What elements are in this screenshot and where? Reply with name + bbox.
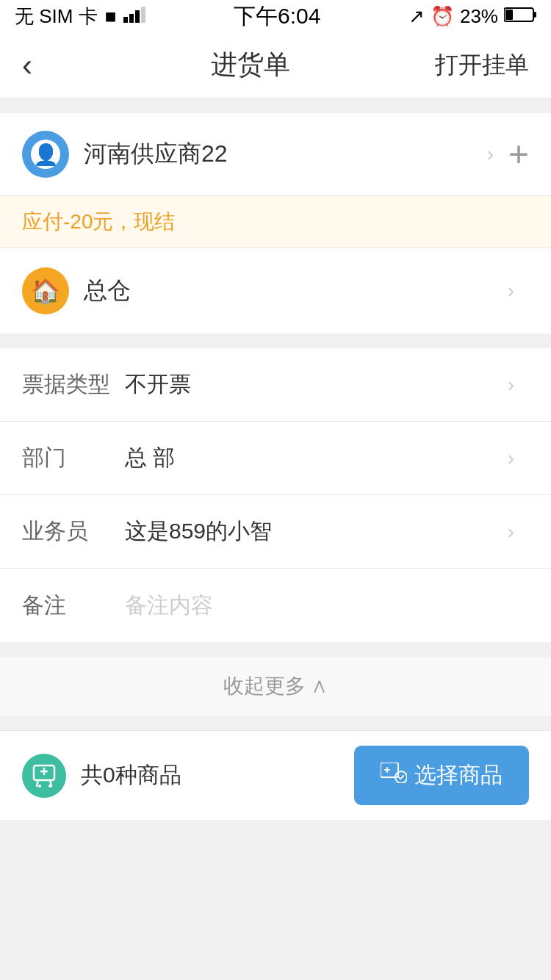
open-pending-button[interactable]: 打开挂单 xyxy=(435,49,529,82)
svg-rect-5 xyxy=(533,12,536,18)
nav-bar: ‹ 进货单 打开挂单 xyxy=(0,32,551,98)
status-bar: 无 SIM 卡 ■ 下午6:04 ↗ ⏰ 23% xyxy=(0,0,551,32)
sales-chevron-icon: › xyxy=(508,520,514,544)
nav-title: 进货单 xyxy=(211,47,290,83)
select-btn-label: 选择商品 xyxy=(414,760,503,790)
status-right: ↗ ⏰ 23% xyxy=(408,5,536,28)
notice-text: 应付-20元，现结 xyxy=(22,210,175,233)
bottom-bar: 共0种商品 选择商品 xyxy=(0,730,551,820)
warehouse-name: 总仓 xyxy=(84,275,508,307)
gap-1 xyxy=(0,98,551,113)
svg-rect-0 xyxy=(123,17,128,23)
invoice-value: 不开票 xyxy=(110,370,508,400)
product-icon-wrap xyxy=(22,754,66,798)
warehouse-icon: 🏠 xyxy=(31,277,60,305)
collapse-button[interactable]: 收起更多 ∧ xyxy=(0,657,551,716)
sales-label: 业务员 xyxy=(22,516,110,547)
svg-rect-2 xyxy=(135,10,140,23)
battery-icon xyxy=(504,5,536,28)
svg-point-9 xyxy=(48,785,51,788)
warehouse-icon-wrap: 🏠 xyxy=(22,267,69,314)
form-section: 票据类型 不开票 › 部门 总 部 › 业务员 这是859的小智 › 备注 备注… xyxy=(0,348,551,642)
supplier-chevron-icon: › xyxy=(487,143,494,166)
sales-row[interactable]: 业务员 这是859的小智 › xyxy=(0,495,551,569)
notice-bar: 应付-20元，现结 xyxy=(0,196,551,248)
note-placeholder: 备注内容 xyxy=(110,591,529,621)
status-time: 下午6:04 xyxy=(234,1,320,32)
svg-point-8 xyxy=(38,785,41,788)
battery-text: 23% xyxy=(460,5,498,28)
sales-value: 这是859的小智 xyxy=(110,516,508,547)
alarm-icon: ⏰ xyxy=(431,5,454,28)
dept-label: 部门 xyxy=(22,443,110,473)
invoice-row[interactable]: 票据类型 不开票 › xyxy=(0,348,551,422)
collapse-label: 收起更多 ∧ xyxy=(223,672,328,700)
carrier-text: 无 SIM 卡 xyxy=(15,4,98,29)
select-btn-icon xyxy=(381,763,407,788)
avatar-inner: 👤 xyxy=(31,140,60,169)
signal-bars xyxy=(123,5,145,28)
dept-row[interactable]: 部门 总 部 › xyxy=(0,422,551,495)
supplier-avatar: 👤 xyxy=(22,131,69,178)
product-count: 共0种商品 xyxy=(81,760,354,790)
person-icon: 👤 xyxy=(33,143,59,167)
location-icon: ↗ xyxy=(408,5,425,28)
warehouse-row[interactable]: 🏠 总仓 › xyxy=(0,248,551,334)
supplier-card: 👤 河南供应商22 › + 应付-20元，现结 🏠 总仓 › xyxy=(0,113,551,334)
svg-rect-6 xyxy=(505,10,513,20)
add-supplier-button[interactable]: + xyxy=(508,137,529,172)
wifi-icon: ■ xyxy=(105,5,117,28)
svg-rect-3 xyxy=(141,7,145,23)
note-row[interactable]: 备注 备注内容 xyxy=(0,569,551,642)
svg-rect-1 xyxy=(129,14,134,23)
status-left: 无 SIM 卡 ■ xyxy=(15,4,145,29)
cart-icon xyxy=(31,763,57,789)
dept-value: 总 部 xyxy=(110,443,508,473)
invoice-label: 票据类型 xyxy=(22,370,110,400)
back-button[interactable]: ‹ xyxy=(22,48,66,83)
invoice-chevron-icon: › xyxy=(508,373,514,397)
dept-chevron-icon: › xyxy=(508,447,514,470)
warehouse-chevron-icon: › xyxy=(508,279,514,303)
supplier-row[interactable]: 👤 河南供应商22 › + xyxy=(0,113,551,196)
supplier-name: 河南供应商22 xyxy=(84,138,487,170)
select-product-button[interactable]: 选择商品 xyxy=(354,746,529,805)
note-label: 备注 xyxy=(22,591,110,621)
